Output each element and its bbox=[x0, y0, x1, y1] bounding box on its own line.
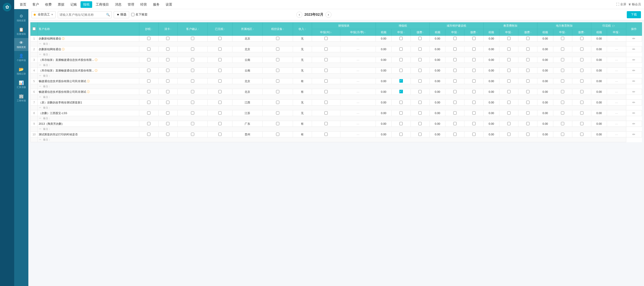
warning-icon[interactable]: ⓘ bbox=[62, 37, 65, 40]
edu-pay-checkbox[interactable] bbox=[526, 47, 530, 51]
nav-billing[interactable]: 收费 bbox=[43, 1, 54, 8]
fin-year-checkbox[interactable] bbox=[324, 133, 328, 136]
select-all-checkbox[interactable] bbox=[32, 27, 36, 30]
clearcard-checkbox[interactable] bbox=[166, 122, 169, 125]
edu-pay-checkbox[interactable] bbox=[526, 58, 530, 61]
city-declare-checkbox[interactable] bbox=[453, 133, 457, 136]
warning-icon[interactable]: ⓘ bbox=[87, 90, 90, 93]
taxrate-checkbox[interactable] bbox=[147, 111, 150, 115]
vat-pay-checkbox[interactable] bbox=[418, 79, 422, 83]
confirm-checkbox[interactable] bbox=[191, 122, 194, 125]
taxrate-checkbox[interactable] bbox=[147, 133, 150, 136]
clearcard-checkbox[interactable] bbox=[166, 37, 169, 40]
city-declare-checkbox[interactable] bbox=[453, 101, 457, 104]
taxdevice-checkbox[interactable] bbox=[276, 122, 279, 125]
edu-pay-checkbox[interactable] bbox=[526, 37, 530, 40]
localedu-declare-checkbox[interactable] bbox=[561, 101, 564, 104]
city-declare-checkbox[interactable] bbox=[453, 122, 457, 125]
note-edit-icon[interactable]: ✏ bbox=[39, 96, 41, 98]
declared-checkbox[interactable] bbox=[218, 69, 222, 72]
clearcard-checkbox[interactable] bbox=[166, 90, 169, 93]
edu-declare-checkbox[interactable] bbox=[507, 90, 511, 93]
confirm-checkbox[interactable] bbox=[191, 90, 194, 93]
declared-checkbox[interactable] bbox=[218, 133, 222, 136]
row-checkbox[interactable] bbox=[399, 69, 403, 72]
edu-pay-checkbox[interactable] bbox=[526, 79, 530, 83]
localedu-declare-checkbox[interactable] bbox=[561, 90, 564, 93]
localedu-declare-checkbox[interactable] bbox=[561, 47, 564, 51]
edu-declare-checkbox[interactable] bbox=[507, 101, 511, 104]
filter-button[interactable]: ▼ 筛选 bbox=[114, 11, 129, 18]
fin-year-checkbox[interactable] bbox=[324, 79, 328, 83]
vat-pay-checkbox[interactable] bbox=[418, 122, 422, 125]
taxdevice-checkbox[interactable] bbox=[276, 90, 279, 93]
city-declare-checkbox[interactable] bbox=[453, 111, 457, 115]
vat-pay-checkbox[interactable] bbox=[418, 111, 422, 115]
localedu-pay-checkbox[interactable] bbox=[580, 69, 583, 72]
nav-operations[interactable]: 经营 bbox=[138, 1, 149, 8]
clearcard-checkbox[interactable] bbox=[166, 47, 169, 51]
confirm-checkbox[interactable] bbox=[191, 133, 194, 136]
declared-checkbox[interactable] bbox=[218, 111, 222, 115]
warning-icon[interactable]: ⓘ bbox=[95, 58, 97, 61]
panel-annual-settlement[interactable]: 📊 汇算清缴 bbox=[14, 78, 28, 91]
localedu-declare-checkbox[interactable] bbox=[561, 133, 564, 136]
taxrate-checkbox[interactable] bbox=[147, 37, 150, 40]
taxrate-checkbox[interactable] bbox=[147, 90, 150, 93]
nav-bookkeeping[interactable]: 记账 bbox=[68, 1, 80, 8]
fin-year-checkbox[interactable] bbox=[324, 69, 328, 72]
note-edit-icon[interactable]: ✏ bbox=[39, 128, 41, 130]
taxrate-checkbox[interactable] bbox=[147, 47, 150, 51]
nav-tax[interactable]: 报税 bbox=[81, 1, 92, 8]
fin-year-checkbox[interactable] bbox=[324, 47, 328, 51]
nav-home[interactable]: 首页 bbox=[17, 1, 29, 8]
employee-filter[interactable]: 全部员工 ▼ bbox=[31, 11, 56, 18]
city-pay-checkbox[interactable] bbox=[472, 79, 476, 83]
note-edit-icon[interactable]: ✏ bbox=[39, 74, 41, 77]
confirm-checkbox[interactable] bbox=[191, 47, 194, 51]
taxrate-checkbox[interactable] bbox=[147, 58, 150, 61]
vat-pay-checkbox[interactable] bbox=[418, 90, 422, 93]
edu-declare-checkbox[interactable] bbox=[507, 122, 511, 125]
city-declare-checkbox[interactable] bbox=[453, 90, 457, 93]
city-declare-checkbox[interactable] bbox=[453, 58, 457, 61]
vat-pay-checkbox[interactable] bbox=[418, 133, 422, 136]
confirm-checkbox[interactable] bbox=[191, 101, 194, 104]
fin-year-checkbox[interactable] bbox=[324, 122, 328, 125]
city-pay-checkbox[interactable] bbox=[472, 122, 476, 125]
search-icon[interactable]: 🔍 bbox=[106, 13, 110, 16]
city-pay-checkbox[interactable] bbox=[472, 90, 476, 93]
fin-year-checkbox[interactable] bbox=[324, 111, 328, 115]
declared-checkbox[interactable] bbox=[218, 79, 222, 83]
vat-pay-checkbox[interactable] bbox=[418, 58, 422, 61]
city-pay-checkbox[interactable] bbox=[472, 133, 476, 136]
localedu-pay-checkbox[interactable] bbox=[580, 47, 583, 51]
download-button[interactable]: 下载 bbox=[627, 11, 641, 18]
edu-declare-checkbox[interactable] bbox=[507, 69, 511, 72]
taxdevice-checkbox[interactable] bbox=[276, 79, 279, 83]
city-pay-checkbox[interactable] bbox=[472, 101, 476, 104]
edu-pay-checkbox[interactable] bbox=[526, 133, 530, 136]
edu-declare-checkbox[interactable] bbox=[507, 133, 511, 136]
declared-checkbox[interactable] bbox=[218, 90, 222, 93]
localedu-declare-checkbox[interactable] bbox=[561, 79, 564, 83]
localedu-pay-checkbox[interactable] bbox=[580, 122, 583, 125]
declared-checkbox[interactable] bbox=[218, 58, 222, 61]
city-pay-checkbox[interactable] bbox=[472, 58, 476, 61]
confirm-checkbox[interactable] bbox=[191, 37, 194, 40]
edu-declare-checkbox[interactable] bbox=[507, 111, 511, 115]
confirm-checkbox[interactable] bbox=[191, 58, 194, 61]
fin-year-checkbox[interactable] bbox=[324, 101, 328, 104]
edu-pay-checkbox[interactable] bbox=[526, 111, 530, 115]
warning-icon[interactable]: ⓘ bbox=[87, 80, 90, 83]
note-edit-icon[interactable]: ✏ bbox=[39, 64, 41, 66]
next-month-button[interactable]: › bbox=[325, 12, 331, 18]
edit-icon[interactable]: ✏ bbox=[632, 58, 635, 62]
subordinate-accounts-checkbox-label[interactable]: 名下账套 bbox=[131, 12, 148, 17]
taxdevice-checkbox[interactable] bbox=[276, 111, 279, 115]
city-pay-checkbox[interactable] bbox=[472, 47, 476, 51]
localedu-declare-checkbox[interactable] bbox=[561, 122, 564, 125]
row-checkbox[interactable] bbox=[399, 37, 403, 40]
localedu-pay-checkbox[interactable] bbox=[580, 58, 583, 61]
declared-checkbox[interactable] bbox=[218, 47, 222, 51]
